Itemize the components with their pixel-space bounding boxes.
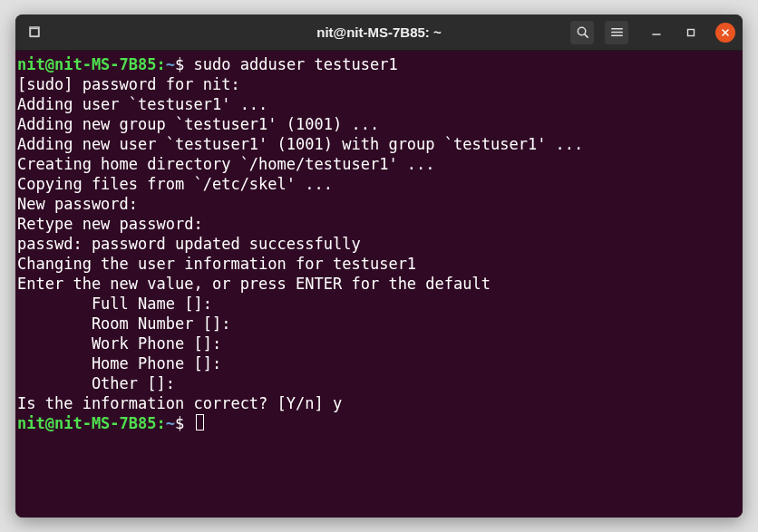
- prompt-dollar: $: [175, 414, 184, 432]
- maximize-button[interactable]: [681, 23, 701, 43]
- output-line: Retype new password:: [17, 214, 741, 234]
- svg-line-5: [584, 34, 587, 37]
- prompt-path: ~: [166, 414, 175, 432]
- prompt-separator: :: [157, 55, 166, 73]
- close-button[interactable]: [715, 23, 735, 43]
- terminal-body[interactable]: nit@nit-MS-7B85:~$ sudo adduser testuser…: [15, 51, 743, 517]
- search-icon: [576, 25, 589, 39]
- prompt-separator: :: [157, 414, 166, 432]
- command-line-2: nit@nit-MS-7B85:~$: [17, 413, 741, 433]
- svg-rect-10: [688, 29, 695, 35]
- prompt-user-host: nit@nit-MS-7B85: [17, 55, 157, 73]
- output-line: Room Number []:: [17, 314, 741, 334]
- minimize-icon: [652, 28, 661, 37]
- command-text: sudo adduser testuser1: [194, 55, 398, 73]
- output-line: Work Phone []:: [17, 334, 741, 353]
- output-line: Is the information correct? [Y/n] y: [17, 393, 741, 413]
- minimize-button[interactable]: [646, 23, 666, 43]
- window-title: nit@nit-MS-7B85: ~: [316, 24, 442, 40]
- output-line: Adding new group `testuser1' (1001) ...: [17, 114, 741, 134]
- cursor: [196, 414, 204, 430]
- close-icon: [721, 28, 730, 37]
- new-tab-button[interactable]: [23, 20, 48, 45]
- maximize-icon: [686, 28, 695, 37]
- prompt-user-host: nit@nit-MS-7B85: [17, 414, 157, 432]
- output-line: Copying files from `/etc/skel' ...: [17, 174, 741, 194]
- output-line: Changing the user information for testus…: [17, 254, 741, 274]
- menu-button[interactable]: [605, 21, 628, 44]
- output-line: Adding user `testuser1' ...: [17, 94, 741, 114]
- output-line: Adding new user `testuser1' (1001) with …: [17, 134, 741, 154]
- output-line: Other []:: [17, 373, 741, 393]
- prompt-dollar: $: [175, 55, 184, 73]
- output-line: [sudo] password for nit:: [17, 74, 741, 94]
- output-line: Home Phone []:: [17, 353, 741, 373]
- output-line: Creating home directory `/home/testuser1…: [17, 154, 741, 174]
- command-line-1: nit@nit-MS-7B85:~$ sudo adduser testuser…: [17, 54, 741, 74]
- output-line: passwd: password updated successfully: [17, 234, 741, 254]
- search-button[interactable]: [570, 21, 594, 44]
- titlebar: nit@nit-MS-7B85: ~: [15, 15, 743, 51]
- hamburger-icon: [610, 25, 624, 39]
- prompt-path: ~: [166, 55, 175, 73]
- terminal-window: nit@nit-MS-7B85: ~: [15, 15, 743, 517]
- output-line: New password:: [17, 194, 741, 214]
- new-tab-icon: [28, 25, 43, 40]
- output-line: Full Name []:: [17, 294, 741, 314]
- output-line: Enter the new value, or press ENTER for …: [17, 274, 741, 294]
